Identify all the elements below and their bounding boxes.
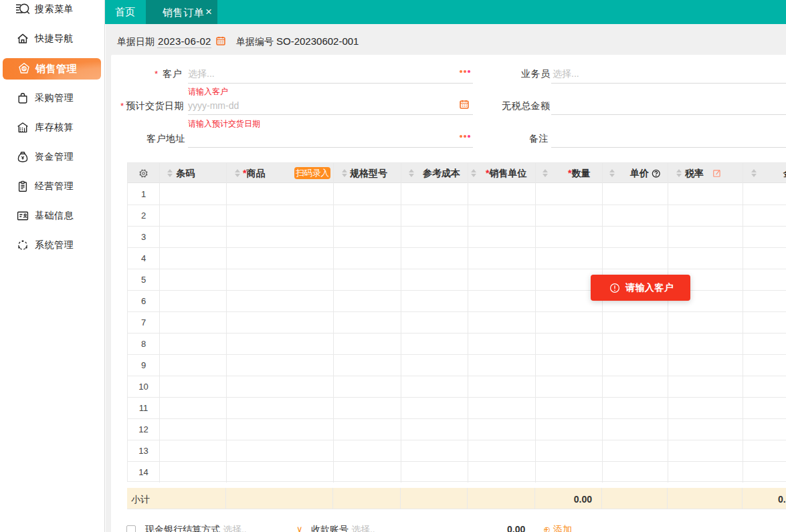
- svg-text:$: $: [23, 66, 25, 72]
